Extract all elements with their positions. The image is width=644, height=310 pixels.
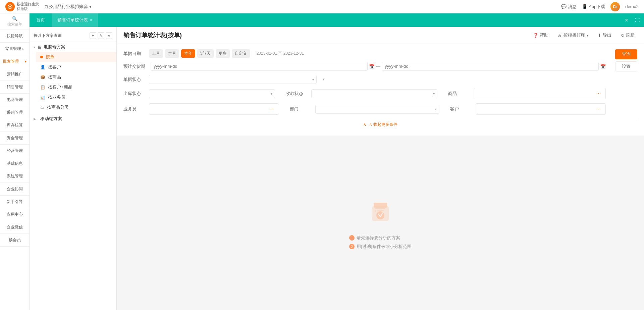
logo-icon [5,2,15,11]
print-button[interactable]: 🖨 按模板打印 [555,31,591,40]
date-custom-button[interactable]: 自定义 [232,49,250,58]
search-label: 搜索菜单 [7,22,22,27]
workspace-selector[interactable]: 办公用品行业模拟账套 ▾ [42,2,94,11]
tree-edit-button[interactable]: ✎ [98,32,104,39]
salesperson-icon: 📊 [40,95,45,100]
tab-home[interactable]: 首页 [30,13,52,27]
tree-add-button[interactable]: + [90,32,96,39]
goods-input[interactable] [477,91,594,96]
salesperson-dots-button[interactable]: ··· [268,105,276,113]
customer-input[interactable] [479,107,594,112]
tree-node-by-category[interactable]: 🗂 按商品分类 [36,102,116,112]
sidebar-item-appstore[interactable]: 应用中心 [0,208,29,221]
calendar-end-icon[interactable]: 📅 [600,64,606,69]
tree-collapse-button[interactable]: « [106,32,112,39]
sidebar-item-enterprise[interactable]: 企业协同 [0,183,29,196]
sidebar-item-basic[interactable]: 基础信息 [0,157,29,170]
wholesale-arrow: ▾ [25,60,26,63]
sidebar-item-finance[interactable]: 资金管理 [0,132,29,145]
username-label: demo2 [625,4,639,9]
export-button[interactable]: ⬇ 导出 [595,31,614,40]
avatar[interactable]: Ea [610,2,620,11]
quicknav-label: 快捷导航 [7,33,23,39]
category-icon: 🗂 [40,105,44,110]
sidebar-item-retail[interactable]: 零售管理 ▸ [0,43,29,55]
messages-button[interactable]: 💬 消息 [561,4,577,10]
right-panel: 销售订单统计表(按单) ❓ 帮助 🖨 按模板打印 ⬇ [117,27,644,310]
date-prev-month-button[interactable]: 上月 [149,49,163,58]
calendar-start-icon[interactable]: 📅 [369,64,375,69]
page-content: 按以下方案查询 + ✎ « ▾ [30,27,644,310]
help-button[interactable]: ❓ 帮助 [530,31,551,40]
app-download-button[interactable]: 📱 App下载 [582,4,605,10]
svg-point-5 [375,210,376,212]
by-order-label: 按单 [46,54,54,60]
sidebar-item-newbie[interactable]: 新手引导 [0,196,29,208]
date-7days-button[interactable]: 近7天 [197,49,214,58]
sidebar-item-inventory[interactable]: 库存核算 [0,119,29,132]
status-select[interactable] [149,75,317,84]
tab-minimize-button[interactable]: ✕ [623,16,631,24]
filter-row-date: 单据日期 上月 本月 本年 近7天 更多 自定义 2023-01-01 至 20… [123,49,606,58]
filter-actions: 查询 设置 [615,49,637,71]
settings-button[interactable]: 设置 [615,61,637,71]
customer-icon: 👤 [40,65,45,69]
tab-close-icon[interactable]: × [90,18,92,22]
tip-num-1: 1 [349,235,355,241]
tree-node-by-customer[interactable]: 👤 按客户 [36,62,116,72]
left-panel: 按以下方案查询 + ✎ « ▾ [30,27,117,310]
sidebar-item-system[interactable]: 系统管理 [0,170,29,183]
refresh-button[interactable]: ↻ 刷新 [618,31,637,40]
tree-node-desktop[interactable]: ▾ 🖥 电脑端方案 [30,42,116,52]
by-customer-goods-label: 按客户+商品 [48,84,72,90]
tab-expand-button[interactable]: ⛶ [633,16,641,24]
sidebar-item-ecommerce[interactable]: 电商管理 [0,94,29,106]
expand-icon: ⛶ [635,17,640,23]
tree-node-by-order[interactable]: 按单 [36,52,116,62]
salesperson-input[interactable] [152,107,268,112]
sidebar-item-wechat[interactable]: 企业微信 [0,221,29,234]
date-separator: — [376,64,380,69]
ecommerce-label: 电商管理 [7,97,23,103]
by-salesperson-label: 按业务员 [48,94,65,100]
tree-node-by-goods[interactable]: 📦 按商品 [36,72,116,82]
sidebar-item-operations[interactable]: 经营管理 [0,145,29,157]
sidebar-item-member[interactable]: 畅会员 [0,234,29,247]
add-icon: + [92,33,94,38]
retail-arrow: ▸ [22,47,24,51]
message-icon: 💬 [561,4,567,9]
date-this-month-button[interactable]: 本月 [165,49,179,58]
sidebar-item-search[interactable]: 🔍 搜索菜单 [0,13,29,30]
goods-dots-button[interactable]: ··· [594,90,603,97]
expected-date-start-input[interactable] [151,62,368,71]
page-header: 销售订单统计表(按单) ❓ 帮助 🖨 按模板打印 ⬇ [117,27,644,44]
sidebar-item-wholesale[interactable]: 批发管理 ▾ [0,55,29,68]
date-more-button[interactable]: 更多 [216,49,230,58]
collapse-bar[interactable]: ∧ ∧ 收起更多条件 [123,119,637,130]
date-range-display: 2023-01-01 至 2023-12-31 [257,51,304,56]
tree-node-by-salesperson[interactable]: 📊 按业务员 [36,92,116,102]
sidebar-item-marketing[interactable]: 营销推广 [0,68,29,81]
by-category-label: 按商品分类 [47,104,69,110]
tab-sales-stats[interactable]: 销售订单统计表 × [52,13,98,27]
tree-node-by-customer-goods[interactable]: 📋 按客户+商品 [36,82,116,92]
mobile-label: 移动端方案 [40,116,62,122]
salesperson-label: 业务员 [123,106,144,112]
expected-date-end-input[interactable] [382,62,599,71]
ship-status-select[interactable] [149,89,275,98]
sidebar-item-sales[interactable]: 销售管理 [0,81,29,94]
sidebar-item-quicknav[interactable]: 快捷导航 [0,30,29,43]
pay-status-select[interactable] [311,89,437,98]
inventory-label: 库存核算 [7,122,23,128]
desktop-icon: 🖥 [37,45,42,50]
tree-node-mobile[interactable]: ▶ 移动端方案 [30,114,116,124]
date-this-year-button[interactable]: 本年 [181,49,195,58]
customer-dots-button[interactable]: ··· [594,105,603,113]
query-button[interactable]: 查询 [615,49,637,59]
top-bar: 畅捷通好生意 标推版 办公用品行业模拟账套 ▾ 💬 消息 📱 App下载 Ea … [0,0,644,13]
dept-select[interactable] [315,105,439,114]
filter-row-ship-pay-goods: 出库状态 收款状态 商品 [123,88,606,99]
sidebar-item-purchase[interactable]: 采购管理 [0,106,29,119]
tip-num-2: 2 [349,244,355,249]
top-bar-right: 💬 消息 📱 App下载 Ea demo2 [561,2,639,11]
